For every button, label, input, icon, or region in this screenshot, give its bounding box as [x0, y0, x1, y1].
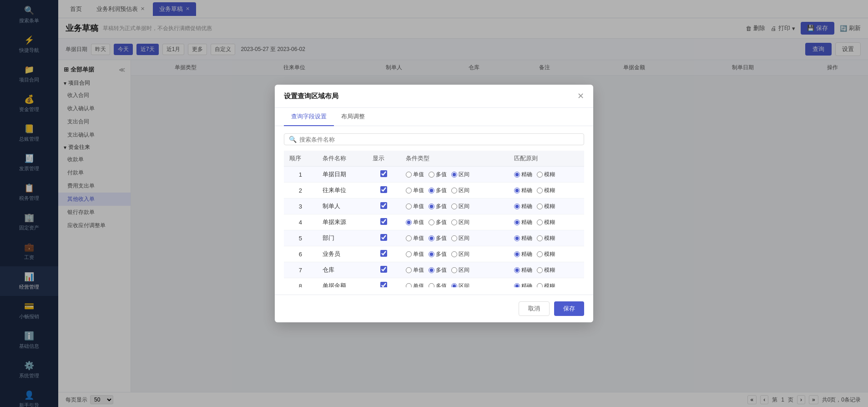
type-option-多值-7[interactable]: 多值 [429, 282, 447, 288]
match-option-模糊-2[interactable]: 模糊 [537, 203, 555, 210]
type-option-区间-0[interactable]: 区间 [451, 171, 469, 178]
type-option-区间-5[interactable]: 区间 [451, 250, 469, 258]
type-option-多值-6[interactable]: 多值 [429, 266, 447, 274]
type-option-单值-1[interactable]: 单值 [406, 187, 424, 194]
match-radio-精确-2[interactable] [514, 204, 520, 209]
type-option-区间-7[interactable]: 区间 [451, 282, 469, 288]
match-radio-模糊-2[interactable] [537, 204, 543, 209]
type-radio-多值-1[interactable] [429, 188, 434, 193]
match-radio-精确-4[interactable] [514, 235, 520, 241]
match-option-精确-4[interactable]: 精确 [514, 234, 532, 242]
match-option-精确-6[interactable]: 精确 [514, 266, 532, 274]
type-radio-单值-0[interactable] [406, 172, 412, 178]
match-option-模糊-1[interactable]: 模糊 [537, 187, 555, 194]
type-option-区间-4[interactable]: 区间 [451, 234, 469, 242]
type-radio-区间-4[interactable] [451, 235, 457, 241]
match-option-模糊-5[interactable]: 模糊 [537, 250, 555, 258]
display-checkbox-4[interactable] [380, 234, 387, 241]
type-radio-多值-7[interactable] [429, 283, 434, 288]
type-option-区间-6[interactable]: 区间 [451, 266, 469, 274]
match-radio-精确-0[interactable] [514, 172, 520, 178]
type-option-区间-1[interactable]: 区间 [451, 187, 469, 194]
type-option-单值-5[interactable]: 单值 [406, 250, 424, 258]
type-radio-单值-1[interactable] [406, 188, 412, 193]
match-option-精确-0[interactable]: 精确 [514, 171, 532, 178]
type-radio-区间-7[interactable] [451, 283, 457, 288]
cell-type-0: 单值多值区间 [400, 167, 509, 183]
match-option-精确-2[interactable]: 精确 [514, 203, 532, 210]
type-option-单值-0[interactable]: 单值 [406, 171, 424, 178]
type-radio-多值-5[interactable] [429, 251, 434, 257]
match-option-精确-7[interactable]: 精确 [514, 282, 532, 288]
match-radio-精确-1[interactable] [514, 188, 520, 193]
cancel-button[interactable]: 取消 [519, 301, 550, 316]
cell-name-3: 单据来源 [317, 214, 367, 230]
cell-display-6 [367, 262, 400, 278]
type-option-单值-3[interactable]: 单值 [406, 219, 424, 226]
match-option-模糊-6[interactable]: 模糊 [537, 266, 555, 274]
type-radio-单值-7[interactable] [406, 283, 412, 288]
match-radio-模糊-4[interactable] [537, 235, 543, 241]
match-radio-模糊-0[interactable] [537, 172, 543, 178]
confirm-button[interactable]: 保存 [554, 301, 584, 316]
match-radio-精确-5[interactable] [514, 251, 520, 257]
match-radio-模糊-3[interactable] [537, 219, 543, 225]
display-checkbox-0[interactable] [380, 170, 387, 177]
type-option-多值-5[interactable]: 多值 [429, 250, 447, 258]
type-radio-单值-6[interactable] [406, 267, 412, 273]
type-radio-区间-0[interactable] [451, 172, 457, 178]
display-checkbox-5[interactable] [380, 250, 387, 257]
type-option-多值-1[interactable]: 多值 [429, 187, 447, 194]
type-option-多值-0[interactable]: 多值 [429, 171, 447, 178]
match-radio-精确-6[interactable] [514, 267, 520, 273]
match-radio-模糊-7[interactable] [537, 283, 543, 288]
type-radio-区间-5[interactable] [451, 251, 457, 257]
cell-match-2: 精确模糊 [509, 198, 584, 214]
type-option-多值-2[interactable]: 多值 [429, 203, 447, 210]
type-option-区间-3[interactable]: 区间 [451, 219, 469, 226]
type-radio-多值-3[interactable] [429, 219, 434, 225]
match-radio-模糊-5[interactable] [537, 251, 543, 257]
match-option-模糊-4[interactable]: 模糊 [537, 234, 555, 242]
type-radio-单值-2[interactable] [406, 204, 412, 209]
type-radio-多值-4[interactable] [429, 235, 434, 241]
cell-type-7: 单值多值区间 [400, 278, 509, 288]
display-checkbox-3[interactable] [380, 218, 387, 225]
match-option-模糊-3[interactable]: 模糊 [537, 219, 555, 226]
display-checkbox-7[interactable] [380, 282, 387, 287]
type-radio-区间-3[interactable] [451, 219, 457, 225]
type-radio-区间-2[interactable] [451, 204, 457, 209]
type-option-区间-2[interactable]: 区间 [451, 203, 469, 210]
dialog-tab-fields[interactable]: 查询字段设置 [284, 108, 334, 126]
type-option-多值-4[interactable]: 多值 [429, 234, 447, 242]
type-radio-多值-0[interactable] [429, 172, 434, 178]
type-option-单值-4[interactable]: 单值 [406, 234, 424, 242]
type-radio-单值-5[interactable] [406, 251, 412, 257]
type-radio-单值-3[interactable] [406, 219, 412, 225]
display-checkbox-1[interactable] [380, 186, 387, 193]
display-checkbox-2[interactable] [380, 202, 387, 209]
display-checkbox-6[interactable] [380, 266, 387, 273]
dialog-close-button[interactable]: ✕ [577, 91, 584, 101]
type-option-单值-7[interactable]: 单值 [406, 282, 424, 288]
modal-overlay[interactable]: 设置查询区域布局 ✕ 查询字段设置 布局调整 🔍 [0, 0, 868, 407]
type-radio-多值-6[interactable] [429, 267, 434, 273]
match-option-精确-3[interactable]: 精确 [514, 219, 532, 226]
match-option-精确-5[interactable]: 精确 [514, 250, 532, 258]
type-radio-区间-6[interactable] [451, 267, 457, 273]
type-radio-单值-4[interactable] [406, 235, 412, 241]
type-radio-多值-2[interactable] [429, 204, 434, 209]
type-option-单值-6[interactable]: 单值 [406, 266, 424, 274]
match-radio-模糊-1[interactable] [537, 188, 543, 193]
match-option-精确-1[interactable]: 精确 [514, 187, 532, 194]
search-input-dialog[interactable] [299, 136, 579, 143]
match-option-模糊-7[interactable]: 模糊 [537, 282, 555, 288]
match-radio-模糊-6[interactable] [537, 267, 543, 273]
type-radio-区间-1[interactable] [451, 188, 457, 193]
type-option-单值-2[interactable]: 单值 [406, 203, 424, 210]
dialog-tab-layout[interactable]: 布局调整 [334, 108, 372, 126]
match-option-模糊-0[interactable]: 模糊 [537, 171, 555, 178]
type-option-多值-3[interactable]: 多值 [429, 219, 447, 226]
match-radio-精确-7[interactable] [514, 283, 520, 288]
match-radio-精确-3[interactable] [514, 219, 520, 225]
